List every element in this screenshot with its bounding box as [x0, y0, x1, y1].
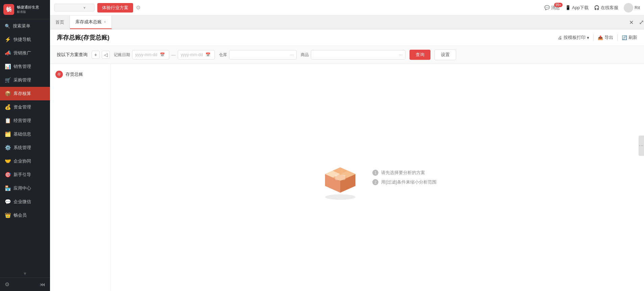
sidebar-item-member[interactable]: 👑 畅会员 — [0, 209, 50, 222]
tab-inventory-ledger[interactable]: 库存成本总账 × — [70, 16, 112, 29]
settings-btn[interactable]: 设置 — [435, 49, 456, 60]
sidebar-item-finance[interactable]: 💰 资金管理 — [0, 100, 50, 114]
page-header-actions: 🖨 按模板打印 ▾ 📤 导出 🔄 刷新 — [558, 34, 637, 41]
sidebar-logo: 畅 畅捷通好生意 标准版 — [0, 0, 50, 19]
filter-add-btn[interactable]: + — [92, 51, 100, 59]
settings-footer-icon[interactable]: ⚙ — [5, 281, 9, 288]
inventory-icon: 📦 — [5, 91, 11, 97]
hint1-text: 请先选择要分析的方案 — [381, 170, 425, 176]
tab-active-label: 库存成本总账 — [75, 19, 102, 25]
warehouse-select[interactable]: ··· — [229, 50, 297, 59]
sidebar-item-system[interactable]: ⚙️ 系统管理 — [0, 141, 50, 154]
sidebar-item-label: 营销推广 — [14, 50, 31, 56]
sidebar-item-label: 新手引导 — [14, 172, 31, 178]
export-label: 导出 — [604, 34, 613, 41]
print-btn[interactable]: 🖨 按模板打印 ▾ — [558, 34, 589, 41]
sidebar-item-wechat[interactable]: 💬 企业微信 — [0, 195, 50, 209]
refresh-btn[interactable]: 🔄 刷新 — [622, 34, 637, 41]
app-download-label: App下载 — [572, 5, 589, 11]
sidebar-item-purchase[interactable]: 🛒 采购管理 — [0, 73, 50, 87]
industry-btn[interactable]: 体验行业方案 — [97, 3, 133, 13]
marketing-icon: 📣 — [5, 50, 11, 56]
sidebar-item-label: 基础信息 — [14, 131, 31, 137]
svg-point-0 — [325, 194, 355, 200]
filter-label: 按以下方案查询 — [57, 52, 88, 58]
sidebar-item-marketing[interactable]: 📣 营销推广 — [0, 46, 50, 60]
hint2-num: 2 — [372, 179, 378, 185]
topbar: ▾ 体验行业方案 ⚙ 💬 消息 99+ 📱 App下载 🎧 在线客服 Rit — [50, 0, 644, 16]
hint1-num: 1 — [372, 170, 378, 176]
user-name: Rit — [635, 5, 640, 10]
date-to-input[interactable]: yyyy-mm-dd 📅 — [178, 50, 215, 59]
operation-icon: 📋 — [5, 118, 11, 124]
content-body: 存 存货总账 — [50, 64, 644, 291]
tab-panel-close-btn[interactable]: ✕ — [625, 19, 638, 26]
goods-select[interactable]: ··· — [311, 50, 405, 59]
sidebar-item-inventory[interactable]: 📦 库存核算 — [0, 87, 50, 100]
logo-title: 畅捷通好生意 — [17, 5, 39, 9]
filter-area: 按以下方案查询 + ◁ 记账日期 yyyy-mm-dd 📅 — yyyy-mm-… — [50, 46, 644, 64]
sidebar-footer: ⚙ ⏮ — [0, 277, 50, 291]
online-service-item[interactable]: 🎧 在线客服 — [594, 5, 618, 11]
sidebar-item-basic[interactable]: 🗂️ 基础信息 — [0, 127, 50, 141]
sidebar-item-shortcut[interactable]: ⚡ 快捷导航 — [0, 33, 50, 46]
message-badge: 99+ — [554, 3, 563, 7]
search-icon: 🔍 — [5, 24, 10, 29]
date-to-placeholder: yyyy-mm-dd — [181, 52, 203, 57]
inventory-ledger-label: 存货总账 — [66, 71, 83, 77]
sidebar-search[interactable]: 🔍 搜索菜单 — [0, 19, 50, 33]
tab-home[interactable]: 首页 — [50, 16, 70, 29]
warehouse-label: 仓库 — [219, 52, 227, 58]
right-edge-handle[interactable]: ⋮ — [639, 136, 644, 156]
tab-home-label: 首页 — [55, 19, 64, 25]
sidebar-item-guide[interactable]: 🎯 新手引导 — [0, 168, 50, 181]
tab-close-icon[interactable]: × — [104, 20, 106, 24]
date-from-input[interactable]: yyyy-mm-dd 📅 — [132, 50, 169, 59]
query-btn[interactable]: 查询 — [410, 50, 430, 60]
topbar-left: ▾ 体验行业方案 ⚙ — [54, 3, 542, 13]
sidebar-item-label: 资金管理 — [14, 104, 31, 110]
filter-collapse-btn[interactable]: ◁ — [102, 51, 110, 59]
headset-icon: 🎧 — [594, 5, 599, 10]
user-item[interactable]: Rit — [624, 3, 640, 13]
main-content: ▾ 体验行业方案 ⚙ 💬 消息 99+ 📱 App下载 🎧 在线客服 Rit — [50, 0, 644, 291]
logo-icon: 畅 — [3, 4, 14, 15]
sidebar-item-operation[interactable]: 📋 经营管理 — [0, 114, 50, 127]
sidebar-item-label: 应用中心 — [14, 185, 31, 191]
sidebar-item-label: 系统管理 — [14, 145, 31, 151]
gear-icon[interactable]: ⚙ — [136, 4, 141, 11]
right-edge-icon: ⋮ — [639, 143, 644, 148]
export-btn[interactable]: 📤 导出 — [598, 34, 613, 41]
sidebar-item-appstore[interactable]: 🏪 应用中心 — [0, 181, 50, 195]
topbar-right: 💬 消息 99+ 📱 App下载 🎧 在线客服 Rit — [544, 3, 640, 13]
purchase-icon: 🛒 — [5, 77, 11, 83]
shortcut-icon: ⚡ — [5, 37, 11, 43]
sidebar-nav: ⚡ 快捷导航 📣 营销推广 📊 销售管理 🛒 采购管理 📦 库存核算 💰 资金管… — [0, 33, 50, 269]
empty-illustration — [318, 157, 359, 198]
sidebar-scroll-down[interactable]: ▼ — [0, 269, 50, 277]
sidebar-item-coop[interactable]: 🤝 企业协同 — [0, 154, 50, 168]
calendar-from-icon: 📅 — [160, 52, 165, 57]
divider2 — [617, 34, 618, 41]
empty-state: 1 请先选择要分析的方案 2 用[过滤]条件来缩小分析范围 — [111, 64, 644, 291]
sidebar: 畅 畅捷通好生意 标准版 🔍 搜索菜单 ⚡ 快捷导航 📣 营销推广 📊 销售管理… — [0, 0, 50, 291]
topbar-breadcrumb[interactable]: ▾ — [54, 4, 95, 11]
sales-icon: 📊 — [5, 64, 11, 70]
guide-icon: 🎯 — [5, 172, 11, 178]
inventory-ledger-item[interactable]: 存 存货总账 — [50, 67, 110, 81]
empty-hint-2: 2 用[过滤]条件来缩小分析范围 — [372, 179, 436, 185]
system-icon: ⚙️ — [5, 145, 11, 151]
print-icon: 🖨 — [558, 35, 562, 40]
print-label: 按模板打印 — [564, 34, 586, 41]
sidebar-item-sales[interactable]: 📊 销售管理 — [0, 60, 50, 73]
collapse-footer-icon[interactable]: ⏮ — [40, 282, 45, 288]
logo-badge: 标准版 — [17, 10, 39, 14]
app-download-item[interactable]: 📱 App下载 — [565, 5, 589, 11]
message-item[interactable]: 💬 消息 99+ — [544, 5, 560, 11]
basic-icon: 🗂️ — [5, 131, 11, 137]
expand-icon[interactable]: ⤢ — [639, 19, 644, 26]
wechat-icon: 💬 — [5, 199, 11, 205]
empty-text: 1 请先选择要分析的方案 2 用[过滤]条件来缩小分析范围 — [372, 170, 436, 185]
sidebar-item-label: 企业微信 — [14, 199, 31, 205]
filter-side-panel: 存 存货总账 — [50, 64, 111, 291]
